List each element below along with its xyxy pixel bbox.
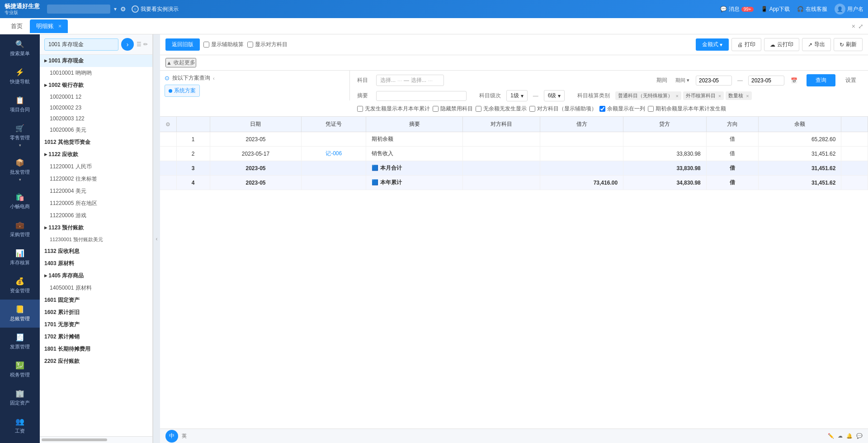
tag-foreign-close-icon[interactable]: × — [718, 93, 721, 99]
show-counter-checkbox-label[interactable]: 显示对方科目 — [247, 41, 288, 48]
tab-home[interactable]: 首页 — [5, 19, 29, 33]
app-download-btn[interactable]: 📱 App下载 — [761, 5, 790, 13]
message-bottom-icon[interactable]: 💬 — [856, 433, 863, 439]
sidebar-item-wholesale[interactable]: 📦 批发管理 ▾ — [0, 153, 40, 187]
sidebar-item-assets[interactable]: 🏢 固定资产 — [0, 384, 40, 412]
tree-item-11230001[interactable]: 11230001 预付账款美元 — [40, 234, 152, 245]
period-calendar-icon[interactable]: 📅 — [791, 77, 797, 84]
cb-period-open-label[interactable]: 期初余额显示本年累计发生额 — [648, 105, 726, 113]
export-btn[interactable]: ↗ 导出 — [802, 38, 831, 51]
query-btn[interactable]: 查询 — [807, 74, 835, 86]
sidebar-item-project[interactable]: 📋 项目合同 — [0, 91, 40, 119]
sidebar-item-retail[interactable]: 🛒 零售管理 ▾ — [0, 119, 40, 153]
tree-item-11220001[interactable]: 11220001 人民币 — [40, 161, 152, 173]
sidebar-item-ledger[interactable]: 📒 总账管理 — [0, 300, 40, 328]
tree-item-1001[interactable]: ▸ 1001 库存现金 — [40, 55, 152, 67]
refresh-btn[interactable]: ↻ 刷新 — [834, 38, 863, 51]
tree-item-11220004[interactable]: 11220004 美元 — [40, 185, 152, 197]
tab-maximize-icon[interactable]: ⤢ — [858, 23, 863, 30]
sidebar-item-operations[interactable]: 📈 经营管理 — [0, 440, 40, 443]
cb-hide-disabled-label[interactable]: 隐藏禁用科目 — [433, 105, 473, 113]
lang-zh-btn[interactable]: 中 — [165, 430, 178, 443]
tab-close-all-icon[interactable]: × — [852, 23, 855, 30]
subject-input[interactable]: 选择... ··· — 选择... ··· — [376, 75, 444, 86]
online-service-btn[interactable]: 🎧 在线客服 — [797, 5, 827, 13]
tree-item-1701[interactable]: 1701 无形资产 — [40, 319, 152, 331]
tab-close-icon[interactable]: × — [58, 23, 62, 29]
panel-toggle-btn[interactable]: ‹ — [153, 34, 160, 443]
show-aux-checkbox[interactable] — [203, 42, 209, 48]
cloud-print-btn[interactable]: ☁ 云打印 — [764, 38, 799, 51]
back-to-old-btn[interactable]: 返回旧版 — [165, 38, 200, 51]
tree-item-1601[interactable]: 1601 固定资产 — [40, 294, 152, 306]
tree-item-10020006[interactable]: 10020006 美元 — [40, 124, 152, 136]
level-to-select[interactable]: 6级 ▾ — [544, 90, 565, 101]
sidebar-item-search[interactable]: 🔍 搜索菜单 — [0, 34, 40, 62]
sidebar-item-quicknav[interactable]: ⚡ 快捷导航 — [0, 62, 40, 91]
tab-ledger[interactable]: 明细账 × — [30, 19, 68, 33]
print-btn[interactable]: 🖨 打印 — [731, 38, 761, 51]
tree-item-10020002[interactable]: 10020002 23 — [40, 102, 152, 113]
selected-account-display[interactable]: 1001 库存现金 — [44, 38, 118, 51]
cb-counter-aux[interactable] — [529, 106, 535, 112]
level-from-select[interactable]: 1级 ▾ — [506, 90, 528, 101]
cell-voucher-2[interactable]: 记-006 — [302, 147, 366, 161]
tree-item-11220005[interactable]: 11220005 所在地区 — [40, 197, 152, 210]
cb-no-remain[interactable] — [476, 106, 481, 112]
summary-input[interactable] — [376, 91, 467, 101]
account-nav-btn[interactable]: › — [121, 38, 134, 51]
cb-hide-disabled[interactable] — [433, 106, 439, 112]
tree-item-10020003[interactable]: 10020003 122 — [40, 113, 152, 124]
cb-no-remain-label[interactable]: 无余额无发生显示 — [476, 105, 527, 113]
settings-circle-icon[interactable]: ⊙ — [165, 75, 170, 81]
tree-scrollbar[interactable] — [42, 438, 107, 441]
edit-icon[interactable]: ✏️ — [828, 433, 834, 439]
notification-icon[interactable]: 🔔 — [846, 433, 853, 439]
user-profile[interactable]: 👤 用户名 — [835, 4, 863, 14]
tree-item-10010001[interactable]: 10010001 哟哟哟 — [40, 67, 152, 79]
tree-item-1132[interactable]: 1132 应收利息 — [40, 245, 152, 257]
filter-settings-btn[interactable]: 设置 — [841, 74, 861, 86]
global-search-input[interactable] — [47, 5, 110, 14]
tag-quantity-close-icon[interactable]: × — [746, 93, 749, 99]
sidebar-item-finance[interactable]: 💰 资金管理 — [0, 272, 40, 300]
tag-normal-close-icon[interactable]: × — [675, 93, 678, 99]
tree-item-1403[interactable]: 1403 原材料 — [40, 257, 152, 270]
tree-item-11220006[interactable]: 11220006 游戏 — [40, 210, 152, 222]
tree-item-1801[interactable]: 1801 长期待摊费用 — [40, 343, 152, 355]
tree-item-1123[interactable]: ▸ 1123 预付账款 — [40, 222, 152, 234]
amount-format-btn[interactable]: 金额式 ▾ — [696, 38, 729, 51]
tree-item-11220002[interactable]: 11220002 往来标签 — [40, 173, 152, 185]
cb-no-balance[interactable] — [357, 106, 363, 112]
settings-icon[interactable]: ⚙ — [120, 5, 126, 13]
voucher-link-2[interactable]: 记-006 — [326, 150, 342, 157]
tree-item-1122[interactable]: ▸ 1122 应收款 — [40, 148, 152, 161]
cb-balance-one-col-label[interactable]: 余额显示在一列 — [599, 105, 645, 113]
sidebar-item-tax[interactable]: 💹 税务管理 — [0, 356, 40, 384]
tree-item-10020001[interactable]: 10020001 12 — [40, 91, 152, 102]
cloud-sync-icon[interactable]: ☁ — [838, 433, 843, 439]
sidebar-item-purchase[interactable]: 💼 采购管理 — [0, 215, 40, 243]
col-settings[interactable]: ⚙ — [160, 117, 176, 132]
sidebar-item-invoice[interactable]: 🧾 发票管理 — [0, 328, 40, 356]
tree-item-1405[interactable]: ▸ 1405 库存商品 — [40, 270, 152, 282]
tree-item-2202[interactable]: 2202 应付账款 — [40, 355, 152, 367]
tree-edit-icon[interactable]: ✏ — [143, 41, 148, 48]
cb-period-open[interactable] — [648, 106, 654, 112]
tree-item-1702[interactable]: 1702 累计摊销 — [40, 331, 152, 343]
period-to-input[interactable] — [748, 76, 784, 86]
period-from-input[interactable] — [696, 76, 732, 86]
tree-item-1602[interactable]: 1602 累计折旧 — [40, 306, 152, 319]
show-aux-checkbox-label[interactable]: 显示辅助核算 — [203, 41, 244, 48]
message-btn[interactable]: 💬 消息 99+ — [720, 5, 754, 13]
tree-item-14050001[interactable]: 14050001 原材料 — [40, 282, 152, 294]
sidebar-item-inventory[interactable]: 📊 库存核算 — [0, 243, 40, 272]
cb-no-balance-label[interactable]: 无发生额显示本月本年累计 — [357, 105, 430, 113]
cb-balance-one-col[interactable] — [599, 106, 605, 112]
tree-item-1002[interactable]: ▸ 1002 银行存款 — [40, 79, 152, 91]
show-counter-checkbox[interactable] — [247, 42, 253, 48]
expand-more-btn[interactable]: ▲ 收起更多 — [165, 58, 196, 67]
tree-item-1012[interactable]: 1012 其他货币资金 — [40, 136, 152, 148]
search-chevron-icon[interactable]: ▾ — [114, 6, 117, 12]
cb-counter-aux-label[interactable]: 对方科目（显示辅助项） — [529, 105, 597, 113]
